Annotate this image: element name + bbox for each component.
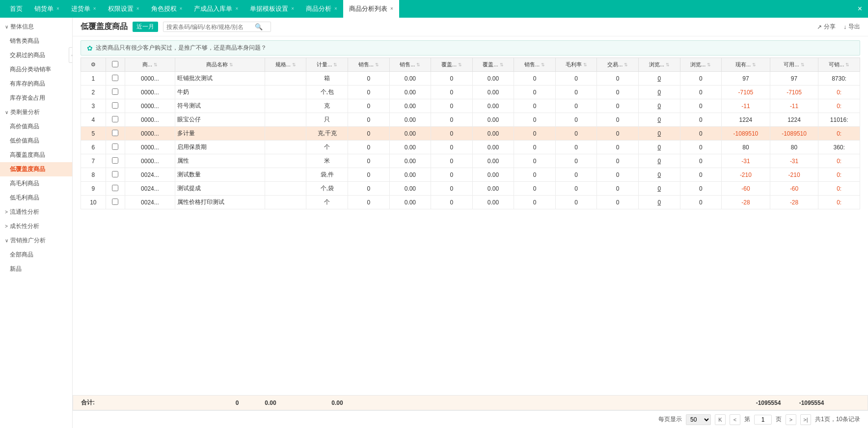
sidebar-item-traded-goods[interactable]: 交易过的商品	[0, 48, 72, 62]
sort-icon[interactable]: ⇅	[624, 62, 628, 67]
cell-views2: 0	[680, 86, 722, 99]
sidebar-item-capital[interactable]: 库存资金占用	[0, 91, 72, 105]
cell-no: 3	[81, 99, 106, 113]
page-input[interactable]	[754, 415, 772, 425]
close-icon[interactable]: ×	[235, 0, 238, 18]
sidebar-section-header-circulation[interactable]: > 流通性分析	[0, 205, 72, 219]
search-icon[interactable]: 🔍	[255, 23, 263, 30]
nav-item-sales-order[interactable]: 销货单 ×	[28, 0, 65, 18]
sort-icon[interactable]: ⇅	[500, 62, 504, 67]
nav-item-purchase[interactable]: 进货单 ×	[65, 0, 102, 18]
sidebar-item-high-value[interactable]: 高价值商品	[0, 119, 72, 134]
nav-item-product-analysis[interactable]: 商品分析 ×	[300, 0, 343, 18]
row-checkbox[interactable]	[112, 102, 118, 109]
cell-current-stock: 80	[722, 141, 770, 154]
sidebar-section-header-value[interactable]: ∨ 类剩量分析	[0, 105, 72, 119]
cell-sales-qty: 0	[348, 154, 390, 168]
nav-item-product-analysis-list[interactable]: 商品分析列表 ×	[343, 0, 399, 18]
sort-icon[interactable]: ⇅	[752, 62, 756, 67]
cell-views1[interactable]: 0	[638, 127, 680, 141]
first-page-button[interactable]: K	[715, 414, 726, 425]
cell-available: -28	[770, 196, 818, 209]
row-checkbox[interactable]	[112, 143, 118, 150]
search-input[interactable]	[166, 24, 255, 30]
nav-item-role[interactable]: 角色授权 ×	[145, 0, 189, 18]
settings-icon[interactable]: ⚙	[91, 61, 96, 67]
sidebar-section-header-growth[interactable]: > 成长性分析	[0, 219, 72, 233]
cell-views1[interactable]: 0	[638, 86, 680, 99]
cell-views1[interactable]: 0	[638, 72, 680, 86]
cell-sales-amt: 0.00	[389, 168, 431, 182]
close-icon[interactable]: ×	[180, 0, 183, 18]
window-close-button[interactable]: ×	[858, 4, 862, 13]
cell-saleable: 360:	[818, 141, 860, 154]
cell-views1[interactable]: 0	[638, 99, 680, 113]
period-button[interactable]: 近一月	[133, 22, 158, 32]
cell-views1[interactable]: 0	[638, 113, 680, 127]
cell-views1[interactable]: 0	[638, 154, 680, 168]
close-icon[interactable]: ×	[334, 0, 337, 18]
sidebar-item-all-goods[interactable]: 全部商品	[0, 248, 72, 262]
sort-icon[interactable]: ⇅	[292, 62, 296, 67]
per-page-select[interactable]: 20 50 100	[686, 414, 711, 425]
nav-item-permission[interactable]: 权限设置 ×	[102, 0, 145, 18]
sort-icon[interactable]: ⇅	[801, 62, 805, 67]
sort-icon[interactable]: ⇅	[229, 62, 233, 67]
sort-icon[interactable]: ⇅	[458, 62, 462, 67]
sort-icon[interactable]: ⇅	[375, 62, 379, 67]
sort-icon[interactable]: ⇅	[845, 62, 849, 67]
sidebar-item-new-goods[interactable]: 新品	[0, 262, 72, 276]
search-box: 🔍	[163, 22, 271, 32]
cell-spec	[265, 86, 306, 99]
sidebar-item-stocked-goods[interactable]: 有库存的商品	[0, 77, 72, 91]
cell-views1[interactable]: 0	[638, 196, 680, 209]
row-checkbox[interactable]	[112, 157, 118, 164]
row-checkbox[interactable]	[112, 88, 118, 95]
sidebar-item-high-coverage[interactable]: 高覆盖度商品	[0, 148, 72, 162]
sort-icon[interactable]: ⇅	[333, 62, 337, 67]
close-icon[interactable]: ×	[56, 0, 59, 18]
cell-views1[interactable]: 0	[638, 168, 680, 182]
row-checkbox[interactable]	[112, 171, 118, 177]
close-icon[interactable]: ×	[390, 0, 393, 18]
nav-item-home[interactable]: 首页	[4, 0, 28, 18]
cell-spec	[265, 72, 306, 86]
cell-cov1: 0	[431, 141, 473, 154]
select-all-checkbox[interactable]	[112, 61, 118, 67]
sidebar-collapse-button[interactable]: «	[69, 47, 73, 63]
sort-icon[interactable]: ⇅	[583, 62, 587, 67]
share-button[interactable]: ↗ 分享	[817, 23, 836, 31]
next-page-button[interactable]: >	[786, 414, 796, 425]
export-button[interactable]: ↓ 导出	[843, 23, 860, 31]
nav-item-template[interactable]: 单据模板设置 ×	[244, 0, 300, 18]
nav-item-product-entry[interactable]: 产成品入库单 ×	[188, 0, 244, 18]
cell-current-stock: -11	[722, 99, 770, 113]
row-checkbox[interactable]	[112, 130, 118, 136]
sort-icon[interactable]: ⇅	[416, 62, 420, 67]
sidebar-item-high-margin[interactable]: 高毛利商品	[0, 176, 72, 191]
row-checkbox[interactable]	[112, 75, 118, 81]
sort-icon[interactable]: ⇅	[666, 62, 670, 67]
row-checkbox[interactable]	[112, 199, 118, 205]
sort-icon[interactable]: ⇅	[541, 62, 545, 67]
sidebar-item-category-rate[interactable]: 商品分类动销率	[0, 62, 72, 77]
sort-icon[interactable]: ⇅	[154, 62, 158, 67]
row-checkbox[interactable]	[112, 116, 118, 122]
sidebar-section-header-overview[interactable]: ∨ 整体信息	[0, 20, 72, 34]
sidebar-section-header-marketing[interactable]: ∨ 营销推广分析	[0, 233, 72, 248]
prev-page-button[interactable]: <	[730, 414, 740, 425]
row-checkbox[interactable]	[112, 185, 118, 191]
cell-views1[interactable]: 0	[638, 182, 680, 196]
col-header-sales-qty: 销售... ⇅	[348, 58, 390, 72]
col-header-no: ⚙	[81, 58, 106, 72]
cell-views1[interactable]: 0	[638, 141, 680, 154]
sidebar-item-low-coverage[interactable]: 低覆盖度商品	[0, 162, 72, 176]
close-icon[interactable]: ×	[93, 0, 96, 18]
sidebar-item-low-margin[interactable]: 低毛利商品	[0, 191, 72, 205]
sidebar-item-sales-goods[interactable]: 销售类商品	[0, 34, 72, 48]
last-page-button[interactable]: >|	[800, 414, 811, 425]
close-icon[interactable]: ×	[291, 0, 294, 18]
close-icon[interactable]: ×	[136, 0, 139, 18]
sort-icon[interactable]: ⇅	[707, 62, 711, 67]
sidebar-item-low-value[interactable]: 低价值商品	[0, 134, 72, 148]
